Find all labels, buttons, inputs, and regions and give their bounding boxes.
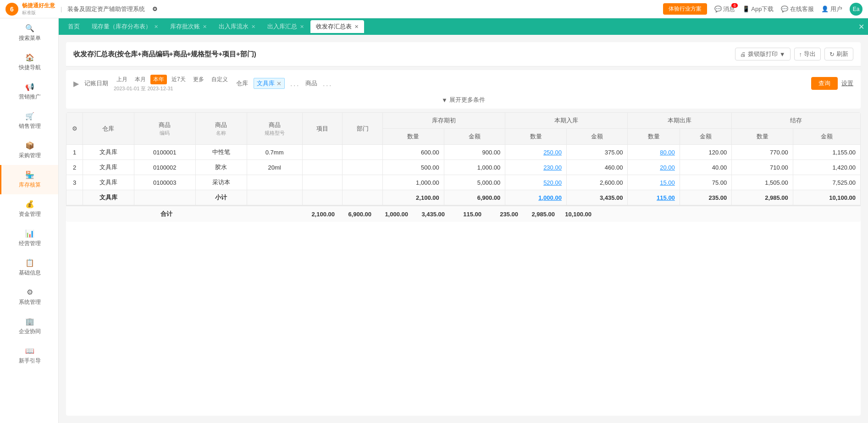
cell-dept-3 xyxy=(343,190,383,205)
sidebar: 🔍 搜索菜单 🏠 快捷导航 📢 营销推广 🛒 销售管理 📦 采购管理 🏪 库存核… xyxy=(0,18,59,423)
date-btn-this-month[interactable]: 本月 xyxy=(132,75,149,84)
th-department: 部门 xyxy=(343,113,383,145)
cell-out-qty-1[interactable]: 20.00 xyxy=(628,160,680,175)
table-settings-icon[interactable]: ⚙ xyxy=(72,125,77,132)
print-button[interactable]: 🖨 拨锁版打印 ▼ xyxy=(735,48,791,60)
sidebar-item-guide[interactable]: 📖 新手引导 xyxy=(0,341,58,370)
chevron-down-icon: ▼ xyxy=(780,51,785,58)
print-icon: 🖨 xyxy=(740,51,746,58)
cell-in-qty-3[interactable]: 1,000.00 xyxy=(505,190,567,205)
cell-out-qty-2[interactable]: 15.00 xyxy=(628,175,680,190)
date-btn-this-year[interactable]: 本年 xyxy=(150,75,167,84)
export-button[interactable]: ↑ 导出 xyxy=(794,48,821,60)
marketing-icon: 📢 xyxy=(25,82,34,91)
cell-out-qty-0[interactable]: 80.00 xyxy=(628,145,680,160)
th-open-qty: 数量 xyxy=(383,129,444,145)
page-content: 收发存汇总表(按仓库+商品编码+商品+规格型号+项目+部门) 🖨 拨锁版打印 ▼… xyxy=(59,35,868,423)
date-btn-7days[interactable]: 近7天 xyxy=(169,75,188,84)
product-filter-label: 商品 xyxy=(305,79,317,88)
tab-close-stock-dist[interactable]: ✕ xyxy=(154,24,158,30)
th-opening: 库存期初 xyxy=(383,113,505,129)
sidebar-item-system[interactable]: ⚙ 系统管理 xyxy=(0,282,58,312)
sidebar-item-inventory[interactable]: 🏪 库存核算 xyxy=(0,165,58,194)
tab-inout-flow[interactable]: 出入库流水 ✕ xyxy=(213,20,261,33)
message-icon: 💬 xyxy=(714,5,722,12)
expand-more-filters[interactable]: ▼ 展开更多条件 xyxy=(442,96,485,104)
filter-collapse-icon[interactable]: ▶ xyxy=(73,79,79,88)
warehouse-more-options[interactable]: ... xyxy=(290,79,300,88)
refresh-button[interactable]: ↻ 刷新 xyxy=(824,48,853,60)
product-more-options[interactable]: ... xyxy=(323,79,332,88)
th-settings[interactable]: ⚙ xyxy=(66,113,83,145)
cell-in-qty-0[interactable]: 250.00 xyxy=(505,145,567,160)
sidebar-label-corp: 企业协同 xyxy=(19,328,41,335)
cell-warehouse-1: 文具库 xyxy=(83,160,134,175)
user-avatar-ea[interactable]: Ea xyxy=(850,3,862,16)
page-title: 收发存汇总表(按仓库+商品编码+商品+规格型号+项目+部门) xyxy=(73,50,256,59)
cell-seq-0: 1 xyxy=(66,145,83,160)
tab-batch[interactable]: 库存批次账 ✕ xyxy=(165,20,212,33)
cell-project-0 xyxy=(302,145,343,160)
th-open-amt: 金额 xyxy=(444,129,505,145)
sidebar-item-basic[interactable]: 📋 基础信息 xyxy=(0,253,58,282)
sidebar-label-operation: 经营管理 xyxy=(19,240,41,247)
footer-in-amt: 3,435.00 xyxy=(408,211,445,218)
query-button[interactable]: 查询 xyxy=(811,77,838,90)
footer-bal-amt: 10,100.00 xyxy=(555,211,592,218)
tab-recv-send[interactable]: 收发存汇总表 ✕ xyxy=(310,20,364,33)
date-btn-more[interactable]: 更多 xyxy=(190,75,207,84)
tab-close-recv-send[interactable]: ✕ xyxy=(354,24,359,30)
sidebar-label-purchase: 采购管理 xyxy=(19,152,41,159)
tab-bar-close-button[interactable]: ✕ xyxy=(858,22,864,31)
th-in-amt: 金额 xyxy=(566,129,628,145)
top-bar-left: 6 畅捷通好生意 标准版 | 装备及固定资产辅助管理系统 ⚙ xyxy=(6,2,158,16)
cell-in-qty-1[interactable]: 230.00 xyxy=(505,160,567,175)
cell-dept-0 xyxy=(343,145,383,160)
page-header: 收发存汇总表(按仓库+商品编码+商品+规格型号+项目+部门) 🖨 拨锁版打印 ▼… xyxy=(66,42,861,66)
footer-bal-qty: 2,985.00 xyxy=(518,211,555,218)
footer-label: 合计 xyxy=(160,210,206,218)
app-download[interactable]: 📱 App下载 xyxy=(742,5,774,13)
settings-link[interactable]: 设置 xyxy=(841,79,853,88)
home-icon: 🏠 xyxy=(25,53,34,62)
top-bar-right: 体验行业方案 💬 6 消息 📱 App下载 💬 在线客服 👤 用户 Ea xyxy=(663,3,862,16)
tab-stock-dist[interactable]: 现存量（库存分布表） ✕ xyxy=(86,20,164,33)
sidebar-item-finance[interactable]: 💰 资金管理 xyxy=(0,194,58,224)
th-bal-amt: 金额 xyxy=(793,129,860,145)
tab-inout-summary[interactable]: 出入库汇总 ✕ xyxy=(262,20,310,33)
sidebar-item-purchase[interactable]: 📦 采购管理 xyxy=(0,136,58,165)
sidebar-item-operation[interactable]: 📊 经营管理 xyxy=(0,224,58,253)
message-badge[interactable]: 💬 6 消息 xyxy=(714,5,735,13)
date-options-row: 上月 本月 本年 近7天 更多 自定义 xyxy=(114,75,231,84)
export-icon: ↑ xyxy=(799,51,802,58)
sidebar-item-search[interactable]: 🔍 搜索菜单 xyxy=(0,18,58,48)
date-btn-last-month[interactable]: 上月 xyxy=(114,75,130,84)
sidebar-item-corp[interactable]: 🏢 企业协同 xyxy=(0,312,58,341)
th-warehouse: 仓库 xyxy=(83,113,134,145)
th-bal-qty: 数量 xyxy=(732,129,793,145)
user-menu[interactable]: 👤 用户 xyxy=(821,5,842,13)
online-service[interactable]: 💬 在线客服 xyxy=(781,5,814,13)
cell-out-qty-3[interactable]: 115.00 xyxy=(628,190,680,205)
sidebar-item-sales[interactable]: 🛒 销售管理 xyxy=(0,106,58,136)
cell-warehouse-3: 文具库 xyxy=(83,190,134,205)
tab-close-inout-flow[interactable]: ✕ xyxy=(251,24,255,30)
cell-out-amt-1: 40.00 xyxy=(680,160,731,175)
cell-out-amt-2: 75.00 xyxy=(680,175,731,190)
sidebar-item-quick[interactable]: 🏠 快捷导航 xyxy=(0,48,58,77)
cell-spec-2 xyxy=(247,175,302,190)
tab-home[interactable]: 首页 xyxy=(62,20,85,33)
warehouse-tag-remove[interactable]: ✕ xyxy=(276,80,282,87)
cell-warehouse-2: 文具库 xyxy=(83,175,134,190)
trial-button[interactable]: 体验行业方案 xyxy=(663,3,707,15)
cell-name-2: 采访本 xyxy=(195,175,247,190)
sidebar-item-marketing[interactable]: 📢 营销推广 xyxy=(0,77,58,106)
app-info: 畅捷通好生意 标准版 xyxy=(22,2,55,16)
refresh-icon: ↻ xyxy=(829,51,835,58)
tab-close-inout-summary[interactable]: ✕ xyxy=(300,24,304,30)
date-btn-custom[interactable]: 自定义 xyxy=(209,75,231,84)
th-product-code: 商品 编码 xyxy=(134,113,195,145)
gear-setting[interactable]: ⚙ xyxy=(152,5,158,12)
cell-in-qty-2[interactable]: 520.00 xyxy=(505,175,567,190)
tab-close-batch[interactable]: ✕ xyxy=(203,24,207,30)
